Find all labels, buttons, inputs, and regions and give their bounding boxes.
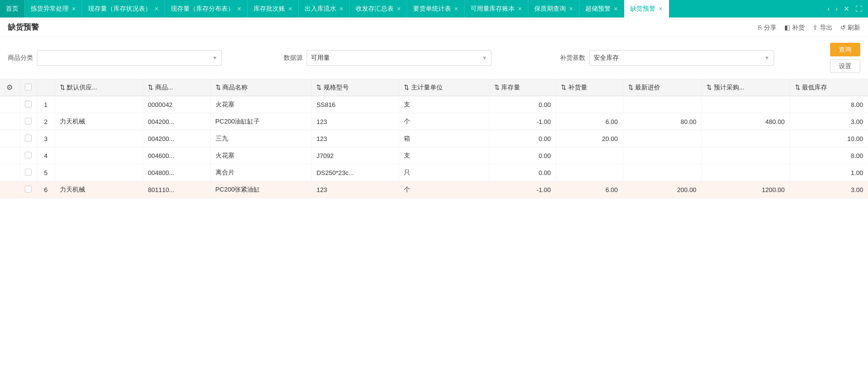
row-checkbox-5[interactable] (25, 186, 32, 193)
nav-abnormal[interactable]: 拣货异常处理 ✕ (25, 0, 82, 18)
row-checkbox-3[interactable] (25, 152, 32, 158)
nav-home[interactable]: 首页 (0, 0, 25, 18)
datasource-select[interactable]: 可用量 ▼ (307, 50, 491, 66)
td-gear-3 (0, 147, 19, 164)
datasource-filter-group: 数据源 可用量 ▼ (284, 50, 548, 66)
td-unit-5: 个 (399, 181, 489, 198)
td-supplier-4 (54, 164, 143, 181)
close-available-ledger-tab[interactable]: ✕ (518, 6, 522, 12)
td-goods-name-3: 火花塞 (210, 147, 311, 164)
th-spec: ⇅ 规格型号 (311, 79, 399, 96)
td-min-stock-3: 8.00 (790, 147, 868, 164)
td-est-purchase-4 (702, 164, 790, 181)
td-gear-2 (0, 130, 19, 147)
td-goods-code-4: 004800... (143, 164, 210, 181)
category-select[interactable]: ▼ (37, 50, 222, 66)
td-min-stock-5: 3.00 (790, 181, 868, 198)
close-overstock-tab[interactable]: ✕ (614, 6, 618, 12)
td-stock-2: 0.00 (489, 130, 556, 147)
td-checkbox-2 (19, 130, 37, 147)
settings-button[interactable]: 设置 (830, 59, 860, 73)
nav-next-button[interactable]: › (833, 4, 840, 14)
td-latest-price-5: 200.00 (623, 181, 702, 198)
td-num-0: 1 (37, 96, 54, 113)
th-unit: ⇅ 主计量单位 (399, 79, 489, 96)
td-goods-name-1: PC200油缸缸子 (210, 113, 311, 130)
th-num (37, 79, 54, 96)
page-header: 缺货预警 ⎘ 分享 ◧ 补货 ⇪ 导出 ↺ 刷新 (0, 18, 868, 37)
nav-close-button[interactable]: ✕ (842, 4, 851, 14)
td-stock-1: -1.00 (489, 113, 556, 130)
nav-controls: ‹ › ✕ ⛶ (822, 4, 868, 14)
export-button[interactable]: ⇪ 导出 (813, 23, 832, 32)
nav-available-ledger[interactable]: 可用量库存账本 ✕ (465, 0, 528, 18)
td-min-stock-0: 8.00 (790, 96, 868, 113)
datasource-value: 可用量 (311, 53, 330, 62)
th-checkbox (19, 79, 37, 96)
data-table-container: ⚙ ⇅ 默认供应... ⇅ 商品... ⇅ 商品名称 (0, 79, 868, 198)
replenish-base-select[interactable]: 安全库存 ▼ (589, 50, 774, 66)
category-filter-group: 商品分类 ▼ (8, 50, 272, 66)
th-goods-name-label: ⇅ 商品名称 (216, 84, 248, 91)
close-inventory-dist-tab[interactable]: ✕ (237, 6, 241, 12)
nav-shortage[interactable]: 缺货预警 ✕ (624, 0, 669, 18)
nav-prev-button[interactable]: ‹ (826, 4, 832, 14)
nav-order-stats[interactable]: 要货单统计表 ✕ (407, 0, 465, 18)
td-checkbox-1 (19, 113, 37, 130)
close-receipt-summary-tab[interactable]: ✕ (397, 6, 401, 12)
nav-inventory-status[interactable]: 现存量（库存状况表） ✕ (82, 0, 165, 18)
td-replenish-2: 20.00 (556, 130, 623, 147)
td-goods-name-0: 火花塞 (210, 96, 311, 113)
close-batch-tab[interactable]: ✕ (288, 6, 292, 12)
close-shortage-tab[interactable]: ✕ (658, 6, 663, 12)
td-checkbox-0 (19, 96, 37, 113)
nav-batch[interactable]: 库存批次账 ✕ (248, 0, 299, 18)
td-gear-1 (0, 113, 19, 130)
td-stock-0: 0.00 (489, 96, 556, 113)
nav-fullscreen-button[interactable]: ⛶ (853, 4, 864, 14)
td-unit-2: 箱 (399, 130, 489, 147)
replenish-base-filter-group: 补货基数 安全库存 ▼ (560, 50, 824, 66)
close-abnormal-tab[interactable]: ✕ (72, 6, 76, 12)
td-spec-5: 123 (311, 181, 399, 198)
th-est-purchase: ⇅ 预计采购... (702, 79, 790, 96)
share-button[interactable]: ⎘ 分享 (758, 23, 777, 32)
td-est-purchase-5: 1200.00 (702, 181, 790, 198)
close-order-stats-tab[interactable]: ✕ (454, 6, 458, 12)
nav-inout-flow[interactable]: 出入库流水 ✕ (299, 0, 350, 18)
nav-expiry-query[interactable]: 保质期查询 ✕ (528, 0, 579, 18)
td-latest-price-3 (623, 147, 702, 164)
row-checkbox-1[interactable] (25, 118, 32, 124)
select-all-checkbox[interactable] (25, 84, 32, 90)
query-button[interactable]: 查询 (830, 43, 860, 56)
th-unit-label: ⇅ 主计量单位 (404, 84, 443, 91)
th-stock-label: ⇅ 库存量 (494, 84, 521, 91)
replenish-button[interactable]: ◧ 补货 (784, 23, 805, 32)
close-inventory-status-tab[interactable]: ✕ (154, 6, 159, 12)
th-replenish-label: ⇅ 补货量 (561, 84, 587, 91)
header-actions: ⎘ 分享 ◧ 补货 ⇪ 导出 ↺ 刷新 (758, 23, 860, 32)
page-title: 缺货预警 (8, 22, 758, 33)
nav-inventory-dist[interactable]: 现存量（库存分布表） ✕ (165, 0, 248, 18)
row-checkbox-4[interactable] (25, 169, 32, 176)
td-goods-name-4: 离合片 (210, 164, 311, 181)
nav-overstock[interactable]: 超储预警 ✕ (579, 0, 624, 18)
td-supplier-1: 力天机械 (54, 113, 143, 130)
shortage-table: ⚙ ⇅ 默认供应... ⇅ 商品... ⇅ 商品名称 (0, 79, 868, 198)
table-row: 1 0000042 火花塞 SS816 支 0.00 8.00 (0, 96, 868, 113)
refresh-button[interactable]: ↺ 刷新 (840, 23, 860, 32)
nav-receipt-summary[interactable]: 收发存汇总表 ✕ (350, 0, 407, 18)
row-checkbox-0[interactable] (25, 101, 32, 107)
th-stock: ⇅ 库存量 (489, 79, 556, 96)
close-inout-flow-tab[interactable]: ✕ (339, 6, 344, 12)
filter-area: 商品分类 ▼ 数据源 可用量 ▼ 补货基数 安全库存 ▼ 查询 设置 (0, 37, 868, 79)
row-checkbox-2[interactable] (25, 135, 32, 141)
td-goods-name-5: PC200张紧油缸 (210, 181, 311, 198)
gear-icon[interactable]: ⚙ (6, 83, 13, 91)
replenish-base-value: 安全库存 (594, 53, 619, 62)
th-latest-price: ⇅ 最新进价 (623, 79, 702, 96)
table-row: 3 004200... 三九 123 箱 0.00 20.00 10.00 (0, 130, 868, 147)
th-spec-label: ⇅ 规格型号 (316, 84, 349, 91)
close-expiry-query-tab[interactable]: ✕ (569, 6, 573, 12)
th-goods-name: ⇅ 商品名称 (210, 79, 311, 96)
